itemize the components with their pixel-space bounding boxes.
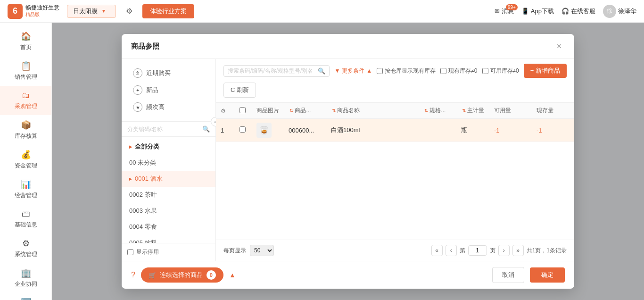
select-all-checkbox[interactable]: [239, 107, 246, 113]
app-download-button[interactable]: 📱 App下载: [521, 7, 554, 16]
sidebar-label-system: 系统管理: [15, 250, 37, 258]
cart-button[interactable]: 🛒 连续选择的商品 0: [141, 267, 223, 283]
gear-button[interactable]: ⚙: [122, 4, 137, 19]
confirm-button[interactable]: 确定: [530, 267, 565, 283]
prev-page-button[interactable]: ‹: [446, 245, 457, 256]
content-area: 商品参照 × ⏱ 近期购买 ✦ 新: [52, 23, 644, 300]
show-disabled-checkbox[interactable]: [127, 249, 133, 255]
quick-item-new[interactable]: ✦ 新品: [127, 82, 210, 99]
table-row[interactable]: 1 🥃: [216, 119, 574, 142]
online-service-button[interactable]: 🎧 在线客服: [561, 7, 595, 16]
sidebar-item-sales[interactable]: 📋销售管理: [0, 56, 51, 86]
cell-unit: 瓶: [456, 119, 489, 142]
sidebar-icon-operation: 📊: [21, 179, 31, 190]
filter-button[interactable]: ▼ 更多条件 ▲: [334, 67, 372, 75]
modal-body: ⏱ 近期购买 ✦ 新品 ★ 频次高: [122, 59, 574, 261]
table-header-row: ⚙ 商品图片: [216, 103, 574, 119]
quick-item-recent-label: 近期购买: [146, 69, 171, 77]
category-search-input[interactable]: [127, 126, 199, 133]
sidebar-item-basic[interactable]: 🗃基础信息: [0, 204, 51, 233]
page-number-input[interactable]: [468, 245, 487, 256]
category-item-0002[interactable]: 0002 茶叶: [122, 187, 215, 203]
category-item-00[interactable]: 00 未分类: [122, 155, 215, 171]
sidebar-item-home[interactable]: 🏠首页: [0, 26, 51, 56]
modal-overlay: 商品参照 × ⏱ 近期购买 ✦ 新: [52, 23, 644, 300]
sidebar-label-sales: 销售管理: [15, 73, 37, 81]
product-search-input[interactable]: [228, 67, 316, 74]
category-item-0001[interactable]: ▶ 0001 酒水: [122, 171, 215, 187]
row-checkbox[interactable]: [239, 126, 246, 133]
cart-icon: 🛒: [149, 272, 156, 279]
toolbar: 🔍 ▼ 更多条件 ▲ 按仓库显示现有库存: [216, 59, 574, 103]
cell-name: 白酒100ml: [326, 119, 419, 142]
search-icon[interactable]: 🔍: [318, 67, 325, 75]
avatar-initial: 徐: [607, 7, 612, 15]
cancel-button[interactable]: 取消: [492, 267, 524, 283]
page-size-select[interactable]: 50 10 20 100: [250, 245, 274, 256]
col-header-code[interactable]: ⇅ 商品...: [284, 103, 326, 119]
top-nav: 6 畅捷通好生意 精品版 日太阳膜 ▼ ⚙ 体验行业方案 ✉ 消息 99+ 📱 …: [0, 0, 644, 23]
settings-icon[interactable]: ⚙: [221, 108, 226, 114]
add-product-button[interactable]: + 新增商品: [524, 64, 567, 78]
sort-icon-unit: ⇅: [462, 108, 466, 113]
col-header-unit[interactable]: ⇅ 主计量: [456, 103, 489, 119]
page-label: 第: [460, 247, 465, 255]
refresh-button[interactable]: C 刷新: [223, 83, 256, 98]
collapse-footer-icon[interactable]: ▲: [229, 271, 236, 279]
logo-icon: 6: [8, 4, 23, 19]
sidebar-item-inventory[interactable]: 📦库存核算: [0, 115, 51, 145]
new-icon: ✦: [133, 85, 142, 95]
modal-close-button[interactable]: ×: [553, 41, 565, 52]
store-dropdown-icon: ▼: [101, 8, 106, 14]
available-filter[interactable]: 可用库存≠0: [482, 67, 519, 75]
modal-header: 商品参照 ×: [122, 34, 574, 59]
sidebar-icon-basic: 🗃: [22, 209, 30, 219]
category-item-0004[interactable]: 0004 零食: [122, 219, 215, 235]
sidebar-item-purchase[interactable]: 🗂采购管理: [0, 86, 51, 115]
available-checkbox[interactable]: [482, 68, 488, 74]
logo-sub: 精品版: [25, 11, 59, 18]
product-table-wrap: ⚙ 商品图片: [216, 103, 574, 240]
phone-icon: 📱: [521, 8, 529, 15]
message-button[interactable]: ✉ 消息 99+: [495, 7, 514, 16]
sidebar-item-system[interactable]: ⚙系统管理: [0, 233, 51, 263]
sidebar-item-finance[interactable]: 💰资金管理: [0, 145, 51, 175]
quick-item-recent[interactable]: ⏱ 近期购买: [127, 65, 210, 82]
category-item-all[interactable]: ▶ 全部分类: [122, 139, 215, 155]
product-image: 🥃: [256, 123, 272, 138]
cell-check[interactable]: [235, 119, 252, 142]
quick-item-frequent[interactable]: ★ 频次高: [127, 99, 210, 116]
filter-arrow-icon: ▲: [366, 67, 372, 74]
username-label: 徐泽华: [618, 7, 636, 16]
app-download-label: App下载: [531, 7, 554, 16]
category-search-icon[interactable]: 🔍: [202, 125, 210, 133]
pagination-right: « ‹ 第 页 › » 共1页，1条记录: [431, 245, 567, 256]
next-page-button[interactable]: ›: [498, 245, 510, 256]
quick-item-new-label: 新品: [146, 86, 158, 94]
existing-filter[interactable]: 现有库存≠0: [440, 67, 477, 75]
category-item-0005[interactable]: 0005 饮料: [122, 235, 215, 243]
sort-icon-spec: ⇅: [424, 108, 428, 113]
sidebar-item-guide[interactable]: 🆕新手引导: [0, 293, 51, 300]
available-filter-label: 可用库存≠0: [490, 67, 519, 75]
cell-img: 🥃: [252, 119, 284, 142]
sidebar-item-operation[interactable]: 📊经营管理: [0, 175, 51, 204]
warehouse-checkbox[interactable]: [377, 68, 383, 74]
col-header-name[interactable]: ⇅ 商品名称: [326, 103, 419, 119]
user-avatar[interactable]: 徐 徐泽华: [603, 5, 636, 18]
left-panel: ⏱ 近期购买 ✦ 新品 ★ 频次高: [122, 59, 216, 261]
existing-checkbox[interactable]: [440, 68, 446, 74]
pagination-left: 每页显示 50 10 20 100: [223, 245, 274, 256]
last-page-button[interactable]: »: [512, 245, 524, 256]
sidebar-item-enterprise[interactable]: 🏢企业协同: [0, 263, 51, 293]
category-item-0003[interactable]: 0003 水果: [122, 203, 215, 219]
headset-icon: 🎧: [561, 8, 569, 15]
search-wrap: 🔍: [223, 65, 330, 77]
col-header-spec[interactable]: ⇅ 规格...: [419, 103, 456, 119]
sidebar-icon-home: 🏠: [21, 31, 31, 42]
warehouse-filter[interactable]: 按仓库显示现有库存: [377, 67, 436, 75]
help-icon[interactable]: ?: [131, 271, 135, 279]
trial-button[interactable]: 体验行业方案: [142, 4, 194, 18]
first-page-button[interactable]: «: [431, 245, 443, 256]
store-selector[interactable]: 日太阳膜 ▼: [67, 5, 116, 18]
